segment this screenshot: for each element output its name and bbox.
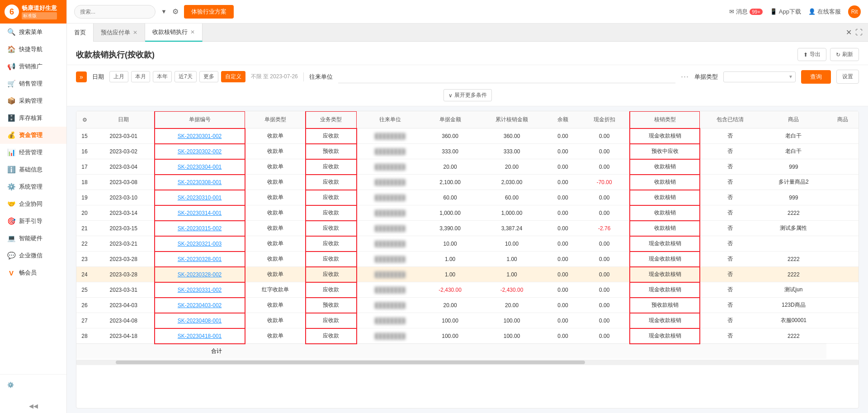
cell-date: 2023-03-21 — [93, 236, 155, 252]
sidebar-item-enterprise-wx[interactable]: 💬 企业微信 — [0, 247, 66, 264]
app-download-btn[interactable]: 📱 App下载 — [770, 8, 801, 16]
sidebar-settings[interactable]: ⚙️ — [0, 378, 66, 392]
doc-no-link[interactable]: SK-20230328-001 — [178, 256, 222, 262]
sidebar-collapse-btn[interactable]: ◀◀ — [0, 399, 66, 413]
col-counterparty: 往来单位 — [357, 111, 424, 128]
cell-product: 测试多属性 — [760, 221, 826, 236]
doc-no-link[interactable]: SK-20230314-001 — [178, 210, 222, 216]
sidebar-item-inventory[interactable]: 🗄️ 库存核算 — [0, 109, 66, 127]
doc-no-link[interactable]: SK-20230310-001 — [178, 195, 222, 201]
sidebar-item-fund[interactable]: 💰 资金管理 — [0, 127, 66, 144]
doc-no-link[interactable]: SK-20230308-001 — [178, 179, 222, 185]
table-row: 22 2023-03-21 SK-20230321-003 收款单 应收款 ██… — [76, 236, 859, 252]
sidebar-item-newbie[interactable]: 🎯 新手引导 — [0, 213, 66, 230]
sidebar-item-enterprise[interactable]: 🤝 企业协同 — [0, 195, 66, 213]
cell-amount: 100.00 — [424, 328, 477, 344]
doc-no-link[interactable]: SK-20230403-002 — [178, 302, 222, 309]
counterparty-input[interactable] — [338, 71, 675, 83]
topbar-dropdown-arrow[interactable]: ▼ — [161, 8, 167, 15]
expand-more-button[interactable]: ∨ 展开更多条件 — [443, 89, 492, 101]
export-button[interactable]: ⬆ 导出 — [797, 48, 826, 61]
sys-icon: ⚙️ — [7, 183, 15, 191]
cell-product: 2222 — [760, 205, 826, 221]
sidebar-item-marketing[interactable]: 📢 营销推广 — [0, 58, 66, 75]
cell-no: 25 — [76, 282, 93, 298]
sidebar-item-sys[interactable]: ⚙️ 系统管理 — [0, 178, 66, 195]
sidebar-item-purchase[interactable]: 📦 采购管理 — [0, 92, 66, 109]
table-row: 28 2023-04-18 SK-20230418-001 收款单 应收款 ██… — [76, 328, 859, 344]
doc-no-link[interactable]: SK-20230418-001 — [178, 333, 222, 339]
cell-date: 2023-03-08 — [93, 175, 155, 190]
sidebar-item-ops[interactable]: 📊 经营管理 — [0, 144, 66, 161]
table-row: 27 2023-04-08 SK-20230408-001 收款单 应收款 ██… — [76, 313, 859, 328]
sidebar-item-smart-hw[interactable]: 💻 智能硬件 — [0, 230, 66, 247]
tab-close-all-icon[interactable]: ✕ — [846, 28, 852, 37]
online-service-btn[interactable]: 👤 在线客服 — [808, 8, 841, 16]
cell-biz-type: 应收款 — [306, 205, 357, 221]
cell-counterparty: ████████ — [357, 190, 424, 205]
cell-balance: 0.00 — [547, 128, 579, 144]
cell-product: 999 — [760, 159, 826, 175]
doc-no-link[interactable]: SK-20230315-002 — [178, 225, 222, 232]
cell-include-settled: 否 — [700, 313, 760, 328]
cell-product2 — [826, 313, 859, 328]
custom-date-btn[interactable]: 自定义 — [221, 71, 245, 82]
doc-no-link[interactable]: SK-20230331-002 — [178, 287, 222, 293]
doc-no-link[interactable]: SK-20230321-003 — [178, 241, 222, 247]
horizontal-scrollbar[interactable] — [76, 360, 859, 365]
filter-settings-button[interactable]: 设置 — [836, 70, 859, 84]
industry-solution-button[interactable]: 体验行业方案 — [184, 5, 234, 19]
tab-prepay-close[interactable]: ✕ — [133, 29, 137, 36]
table-row: 25 2023-03-31 SK-20230331-002 红字收款单 应收款 … — [76, 282, 859, 298]
col-settings[interactable]: ⚙ — [76, 111, 93, 128]
user-avatar[interactable]: Rit — [848, 5, 861, 18]
this-year-btn[interactable]: 本年 — [153, 71, 172, 82]
tab-expand-icon[interactable]: ⛶ — [855, 28, 863, 37]
footer-cash-discount — [547, 344, 579, 359]
cell-biz-type: 应收款 — [306, 252, 357, 267]
cell-date: 2023-04-18 — [93, 328, 155, 344]
fund-icon: 💰 — [7, 131, 15, 139]
cell-no: 22 — [76, 236, 93, 252]
doc-no-link[interactable]: SK-20230302-002 — [178, 148, 222, 155]
col-cumulative: 累计核销金额 — [476, 111, 547, 128]
this-month-btn[interactable]: 本月 — [131, 71, 150, 82]
query-button[interactable]: 查询 — [801, 70, 831, 84]
filter-expand-button[interactable]: » — [76, 71, 87, 82]
more-date-btn[interactable]: 更多 — [199, 71, 218, 82]
topbar-gear-icon[interactable]: ⚙ — [172, 7, 179, 16]
tab-receipt-close[interactable]: ✕ — [190, 29, 195, 35]
cell-include-settled: 否 — [700, 328, 760, 344]
footer-product — [700, 344, 760, 359]
cell-cash-discount: 0.00 — [579, 159, 630, 175]
cell-product2 — [826, 144, 859, 159]
sidebar: 6 畅康道好生意 标准版 🔍 搜索菜单 🏠 快捷导航 📢 营销推广 🛒 销售管理… — [0, 0, 67, 413]
tab-home[interactable]: 首页 — [67, 24, 94, 42]
last-month-btn[interactable]: 上月 — [109, 71, 128, 82]
doc-no-link[interactable]: SK-20230304-001 — [178, 164, 222, 170]
doc-no-link[interactable]: SK-20230328-002 — [178, 271, 222, 278]
cell-amount: 10.00 — [424, 236, 477, 252]
cell-cumulative: 1.00 — [476, 252, 547, 267]
sidebar-item-search-menu[interactable]: 🔍 搜索菜单 — [0, 24, 66, 41]
sidebar-item-quick-nav[interactable]: 🏠 快捷导航 — [0, 41, 66, 58]
sidebar-item-basic[interactable]: ℹ️ 基础信息 — [0, 161, 66, 178]
tab-prepay-list[interactable]: 预估应付单 ✕ — [94, 24, 145, 42]
topbar-search-input[interactable] — [74, 5, 156, 19]
doc-no-link[interactable]: SK-20230408-001 — [178, 318, 222, 324]
cell-product — [760, 236, 826, 252]
last-7-days-btn[interactable]: 近7天 — [175, 71, 197, 82]
cell-date: 2023-03-02 — [93, 144, 155, 159]
table-row: 16 2023-03-02 SK-20230302-002 收款单 预收款 ██… — [76, 144, 859, 159]
receipt-type-select[interactable] — [723, 71, 796, 82]
refresh-button[interactable]: ↻ 刷新 — [830, 48, 859, 61]
page-header: 收款核销执行(按收款) ⬆ 导出 ↻ 刷新 — [67, 42, 868, 65]
tab-receipt-exec[interactable]: 收款核销执行 ✕ — [145, 24, 203, 42]
sidebar-item-sales[interactable]: 🛒 销售管理 — [0, 75, 66, 92]
logo-icon: 6 — [5, 5, 19, 19]
sidebar-item-vip[interactable]: V 畅会员 — [0, 264, 66, 281]
message-btn[interactable]: ✉ 消息 99+ — [729, 8, 763, 16]
col-balance: 余额 — [547, 111, 579, 128]
doc-no-link[interactable]: SK-20230301-002 — [178, 133, 222, 139]
cell-doc-type: 收款单 — [245, 190, 306, 205]
